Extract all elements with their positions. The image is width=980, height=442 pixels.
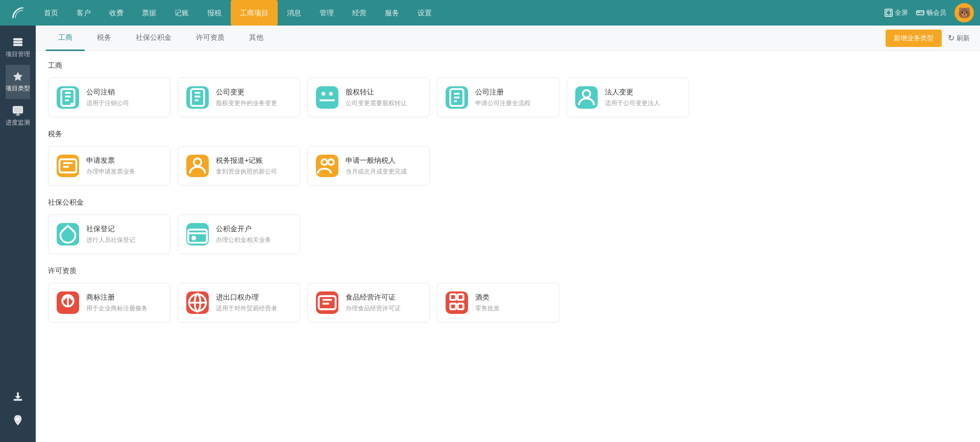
card-info-公司注销: 公司注销适用于注销公司: [86, 88, 129, 108]
svg-rect-4: [14, 41, 22, 43]
nav-item-管理[interactable]: 管理: [310, 0, 343, 26]
fullscreen-button[interactable]: 全屏: [885, 8, 908, 17]
card-icon-公司注册: [446, 86, 468, 109]
card-icon-股权转让: [316, 86, 338, 109]
svg-point-17: [328, 159, 334, 165]
nav-items: 首页客户收费票据记账报税工商项目消息管理经营服务设置: [35, 0, 885, 26]
fullscreen-label: 全屏: [895, 8, 908, 17]
svg-rect-25: [450, 304, 456, 309]
nav-item-收费[interactable]: 收费: [100, 0, 133, 26]
refresh-label: 刷新: [957, 34, 970, 43]
card-info-食品经营许可证: 食品经营许可证办理食品经营许可证: [346, 293, 401, 313]
scroll-area[interactable]: 工商公司注销适用于注销公司公司变更股权变更外的业务变更股权转让公司变更需要股权转…: [36, 51, 980, 442]
svg-rect-3: [14, 39, 22, 40]
sidebar-item-location[interactable]: [0, 408, 36, 432]
nav-item-客户[interactable]: 客户: [67, 0, 100, 26]
tab-bar: 工商税务社保公积金许可资质其他 新增业务类型 ↻ 刷新: [36, 26, 980, 51]
nav-item-记账[interactable]: 记账: [165, 0, 198, 26]
tab-actions: 新增业务类型 ↻ 刷新: [886, 30, 970, 47]
svg-rect-26: [458, 304, 463, 309]
svg-rect-24: [458, 294, 463, 300]
card-name-label: 公司注册: [475, 88, 530, 97]
nav-item-工商项目[interactable]: 工商项目: [231, 0, 278, 26]
nav-item-首页[interactable]: 首页: [35, 0, 67, 26]
card-grid-许可资质: 商标注册用于企业商标注册服务进出口权办理适用于对外贸易经营者食品经营许可证办理食…: [48, 283, 968, 323]
card-name-label: 食品经营许可证: [346, 293, 401, 302]
card-name-label: 公积金开户: [216, 225, 271, 234]
card-info-进出口权办理: 进出口权办理适用于对外贸易经营者: [216, 293, 277, 313]
vip-label: 畅会员: [926, 8, 946, 17]
refresh-button[interactable]: ↻ 刷新: [948, 33, 970, 43]
main-layout: 项目管理项目类型进度监测 工商税务社保公积金许可资质其他 新增业务类型: [0, 26, 980, 442]
tab-工商[interactable]: 工商: [46, 26, 85, 51]
card-icon-税务报道+记账: [186, 155, 209, 177]
card-公司变更[interactable]: 公司变更股权变更外的业务变更: [178, 78, 300, 117]
card-name-label: 税务报道+记账: [216, 156, 277, 165]
card-商标注册[interactable]: 商标注册用于企业商标注册服务: [48, 283, 170, 323]
card-name-label: 法人变更: [605, 88, 660, 97]
card-grid-税务: 申请发票办理申请发票业务税务报道+记账拿到营业执照的新公司申请一般纳税人当月或次…: [48, 146, 968, 186]
app-logo: [6, 0, 30, 26]
card-name-label: 申请一般纳税人: [346, 156, 407, 165]
card-公积金开户[interactable]: 公积金开户办理公积金相关业务: [178, 214, 300, 254]
card-icon-申请发票: [57, 155, 79, 177]
nav-item-消息[interactable]: 消息: [278, 0, 310, 26]
tab-税务[interactable]: 税务: [85, 26, 124, 51]
card-申请一般纳税人[interactable]: 申请一般纳税人当月或次月成变更完成: [307, 146, 430, 186]
nav-item-报税[interactable]: 报税: [198, 0, 231, 26]
sidebar-item-download[interactable]: [0, 385, 36, 408]
card-icon-公积金开户: [186, 223, 209, 245]
card-法人变更[interactable]: 法人变更适用于公司变更法人: [567, 78, 689, 117]
card-desc-label: 办理公积金相关业务: [216, 236, 271, 244]
user-avatar[interactable]: 🐻: [954, 3, 974, 22]
tab-许可资质[interactable]: 许可资质: [184, 26, 237, 51]
section-title-许可资质: 许可资质: [48, 266, 968, 276]
nav-item-票据[interactable]: 票据: [133, 0, 165, 26]
svg-rect-1: [917, 11, 924, 15]
card-股权转让[interactable]: 股权转让公司变更需要股权转让: [307, 78, 430, 117]
card-info-公司注册: 公司注册申请公司注册全流程: [475, 88, 530, 108]
card-酒类[interactable]: 酒类零售批发: [437, 283, 559, 323]
card-desc-label: 零售批发: [475, 304, 500, 313]
card-社保登记[interactable]: 社保登记进行人员社保登记: [48, 214, 170, 254]
card-name-label: 社保登记: [86, 225, 135, 234]
card-desc-label: 拿到营业执照的新公司: [216, 167, 277, 176]
nav-item-服务[interactable]: 服务: [376, 0, 408, 26]
card-icon-法人变更: [575, 86, 598, 109]
card-name-label: 商标注册: [86, 293, 148, 302]
card-进出口权办理[interactable]: 进出口权办理适用于对外贸易经营者: [178, 283, 300, 323]
card-icon-商标注册: [57, 291, 79, 314]
card-申请发票[interactable]: 申请发票办理申请发票业务: [48, 146, 170, 186]
sidebar-item-项目类型[interactable]: 项目类型: [6, 65, 30, 99]
sidebar-item-进度监测[interactable]: 进度监测: [6, 99, 30, 133]
nav-item-经营[interactable]: 经营: [343, 0, 376, 26]
card-grid-工商: 公司注销适用于注销公司公司变更股权变更外的业务变更股权转让公司变更需要股权转让公…: [48, 78, 968, 117]
section-title-社保公积金: 社保公积金: [48, 198, 968, 207]
nav-item-设置[interactable]: 设置: [408, 0, 441, 26]
tab-其他[interactable]: 其他: [237, 26, 276, 51]
svg-point-13: [583, 90, 591, 97]
tab-社保公积金[interactable]: 社保公积金: [124, 26, 184, 51]
card-税务报道+记账[interactable]: 税务报道+记账拿到营业执照的新公司: [178, 146, 300, 186]
card-公司注销[interactable]: 公司注销适用于注销公司: [48, 78, 170, 117]
card-info-社保登记: 社保登记进行人员社保登记: [86, 225, 135, 244]
card-name-label: 公司变更: [216, 88, 277, 97]
card-公司注册[interactable]: 公司注册申请公司注册全流程: [437, 78, 559, 117]
section-title-税务: 税务: [48, 130, 968, 139]
card-desc-label: 用于企业商标注册服务: [86, 304, 148, 313]
card-icon-公司变更: [186, 86, 209, 109]
card-desc-label: 进行人员社保登记: [86, 236, 135, 244]
card-icon-进出口权办理: [186, 291, 209, 314]
card-食品经营许可证[interactable]: 食品经营许可证办理食品经营许可证: [307, 283, 430, 323]
sidebar-item-项目管理[interactable]: 项目管理: [6, 31, 30, 65]
sidebar-bottom: [0, 385, 36, 442]
top-navigation: 首页客户收费票据记账报税工商项目消息管理经营服务设置 全屏 畅会员 🐻: [0, 0, 980, 26]
new-type-button[interactable]: 新增业务类型: [886, 30, 942, 47]
card-grid-社保公积金: 社保登记进行人员社保登记公积金开户办理公积金相关业务: [48, 214, 968, 254]
nav-right: 全屏 畅会员 🐻: [885, 3, 974, 22]
svg-point-19: [192, 237, 195, 240]
card-icon-公司注销: [57, 86, 79, 109]
vip-button[interactable]: 畅会员: [916, 8, 946, 17]
card-info-税务报道+记账: 税务报道+记账拿到营业执照的新公司: [216, 156, 277, 176]
svg-rect-18: [188, 230, 207, 243]
